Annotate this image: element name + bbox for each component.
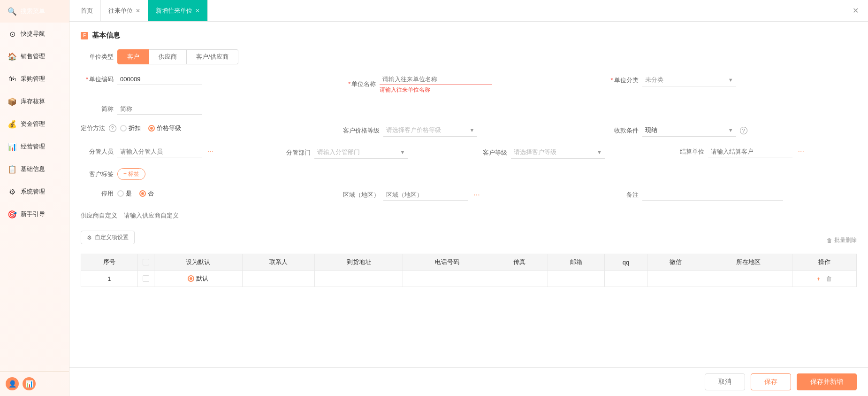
set-default-radio[interactable]: 默认 [159, 274, 237, 283]
tab-partners[interactable]: 往来单位 ✕ [101, 0, 148, 21]
cell-contact [242, 271, 314, 287]
region-input[interactable] [383, 189, 468, 201]
payment-terms-chevron: ▼ [728, 127, 733, 133]
tab-new-partner[interactable]: 新增往来单位 ✕ [148, 0, 208, 21]
customer-price-level-select[interactable]: 请选择客户价格等级 ▼ [383, 124, 477, 137]
cell-default: 默认 [154, 271, 242, 287]
department-select[interactable]: 请输入分管部门 ▼ [314, 146, 408, 159]
footer: 取消 保存 保存并新增 [69, 367, 868, 396]
sidebar-item-operation[interactable]: 📊 经营管理 [0, 135, 69, 158]
pricing-level[interactable]: 价格等级 [148, 124, 181, 132]
pricing-discount[interactable]: 折扣 [120, 124, 141, 132]
gear-icon: ⚙ [87, 234, 92, 241]
sidebar-bottom-btn2[interactable]: 📊 [23, 377, 36, 390]
contact-table: 序号 设为默认 联系人 到货地址 电话号码 传真 邮箱 qq 微信 所在地区 操… [81, 254, 857, 287]
add-row-btn[interactable]: + [817, 275, 821, 282]
tab-partners-close[interactable]: ✕ [136, 8, 140, 14]
save-new-button[interactable]: 保存并新增 [797, 373, 857, 390]
pricing-method-label: 定价方法 ? [81, 124, 116, 132]
sidebar-item-quick-nav[interactable]: ⊙ 快捷导航 [0, 23, 69, 45]
cell-qq [604, 271, 647, 287]
region-more-btn[interactable]: ··· [472, 191, 481, 199]
settlement-unit-more-btn[interactable]: ··· [796, 148, 806, 156]
sidebar-item-guide[interactable]: 🎯 新手引导 [0, 203, 69, 225]
sidebar-label-purchase: 采购管理 [21, 75, 45, 83]
payment-terms-select[interactable]: 现结 ▼ [642, 124, 736, 137]
payment-terms-help[interactable]: ? [740, 127, 747, 134]
customer-level-field: 客户等级 请选择客户等级 ▼ [474, 146, 660, 159]
pricing-method-help[interactable]: ? [109, 124, 116, 132]
supplier-custom-input[interactable] [121, 210, 234, 221]
sidebar-item-basic[interactable]: 📋 基础信息 [0, 158, 69, 180]
customer-level-chevron: ▼ [597, 149, 602, 155]
region-label: 区域（地区） [343, 191, 380, 199]
row-checkbox[interactable] [143, 275, 149, 282]
sidebar-bottom-btn1[interactable]: 👤 [6, 377, 19, 390]
customer-tag-row: 客户标签 + 标签 [81, 168, 857, 180]
settlement-unit-input[interactable] [708, 146, 792, 157]
window-close-btn[interactable]: ✕ [847, 6, 864, 15]
unit-type-supplier[interactable]: 供应商 [149, 49, 187, 64]
customer-level-placeholder: 请选择客户等级 [514, 148, 595, 156]
sidebar: 🔍 搜索菜单 ⊙ 快捷导航 🏠 销售管理 🛍 采购管理 📦 库存核算 💰 资金管… [0, 0, 69, 396]
tab-home-label: 首页 [81, 7, 93, 15]
unit-category-select[interactable]: 未分类 ▼ [642, 74, 736, 86]
add-tag-btn[interactable]: + 标签 [117, 168, 145, 180]
section-title: 基本信息 [92, 31, 120, 40]
tab-home[interactable]: 首页 [73, 0, 101, 21]
sidebar-item-sales[interactable]: 🏠 销售管理 [0, 45, 69, 68]
cell-checkbox [137, 271, 154, 287]
pricing-level-radio [148, 125, 155, 132]
unit-type-group: 客户 供应商 客户/供应商 [117, 49, 238, 64]
customer-tag-label: 客户标签 [81, 170, 114, 179]
sidebar-item-system[interactable]: ⚙ 系统管理 [0, 180, 69, 203]
customer-level-select[interactable]: 请选择客户等级 ▼ [511, 146, 605, 159]
remarks-label: 备注 [606, 191, 639, 199]
th-seq: 序号 [81, 254, 138, 271]
short-name-label: 简称 [81, 105, 114, 113]
cancel-button[interactable]: 取消 [705, 373, 745, 390]
sidebar-item-inventory[interactable]: 📦 库存核算 [0, 90, 69, 113]
select-all-checkbox[interactable] [143, 259, 149, 265]
sidebar-item-purchase[interactable]: 🛍 采购管理 [0, 68, 69, 90]
pricing-method-field: 定价方法 ? 折扣 价格等级 [81, 124, 332, 132]
sidebar-item-finance[interactable]: 💰 资金管理 [0, 113, 69, 135]
default-radio-circle [188, 275, 194, 282]
th-fax: 传真 [491, 254, 548, 271]
basic-icon: 📋 [8, 164, 17, 174]
th-default: 设为默认 [154, 254, 242, 271]
pricing-discount-radio [120, 125, 127, 132]
unit-name-field: *单位名称 请输入往来单位名称 [343, 74, 594, 94]
manager-row: 分管人员 ··· 分管部门 请输入分管部门 ▼ 客户等级 请选择客户等级 ▼ 结… [81, 146, 857, 159]
sidebar-label-inventory: 库存核算 [21, 97, 45, 106]
unit-code-input[interactable] [117, 74, 202, 85]
short-name-row: 简称 [81, 103, 857, 115]
manager-more-btn[interactable]: ··· [206, 148, 215, 156]
disabled-field: 停用 是 否 [81, 189, 332, 198]
tab-new-partner-close[interactable]: ✕ [195, 8, 200, 14]
manager-label: 分管人员 [81, 148, 114, 156]
disabled-no-radio [139, 190, 146, 197]
remarks-input[interactable] [642, 189, 783, 201]
batch-delete-label: 批量删除 [834, 236, 857, 244]
cell-email [548, 271, 604, 287]
sidebar-label-operation: 经营管理 [21, 142, 45, 151]
unit-type-customer[interactable]: 客户 [117, 49, 149, 64]
disabled-no[interactable]: 否 [139, 189, 154, 198]
finance-icon: 💰 [8, 119, 17, 129]
save-button[interactable]: 保存 [751, 373, 791, 390]
delete-row-btn[interactable]: 🗑 [826, 275, 832, 282]
custom-settings-btn[interactable]: ⚙ 自定义项设置 [81, 231, 135, 244]
supplier-custom-row: 供应商自定义 [81, 210, 857, 221]
short-name-input[interactable] [117, 103, 202, 115]
cell-action: + 🗑 [792, 271, 856, 287]
th-action: 操作 [792, 254, 856, 271]
batch-delete-btn[interactable]: 🗑 批量删除 [827, 236, 857, 244]
manager-input[interactable] [117, 146, 202, 157]
th-region: 所在地区 [704, 254, 792, 271]
customer-price-level-chevron: ▼ [469, 127, 474, 133]
unit-type-both[interactable]: 客户/供应商 [187, 49, 238, 64]
unit-name-input[interactable] [380, 74, 492, 85]
disabled-yes[interactable]: 是 [117, 189, 132, 198]
sidebar-item-search[interactable]: 🔍 搜索菜单 [0, 0, 69, 23]
